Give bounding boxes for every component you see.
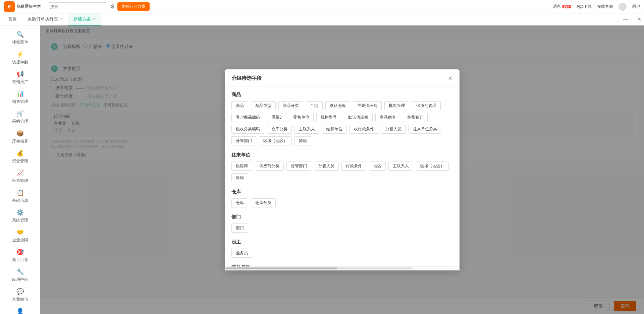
modal-header: 分组待选字段 ✕ <box>225 69 460 86</box>
field-tag[interactable]: 商品类型 <box>251 101 276 110</box>
sidebar-item-purchase[interactable]: 🛒 采购管理 <box>0 107 40 127</box>
sidebar-label-basic-info: 基础信息 <box>12 198 28 203</box>
sidebar-label-purchase: 采购管理 <box>12 119 28 124</box>
sidebar-item-finance[interactable]: 💰 资金管理 <box>0 147 40 167</box>
modal-title: 分组待选字段 <box>231 75 262 81</box>
top-nav: 6 畅捷通好生意 ⚙ 体验行业方案 消息 99+ App下载 在线客服 用户 <box>0 0 644 13</box>
field-tag[interactable]: 供应商分类 <box>255 162 284 171</box>
sidebar-label-quick-nav: 快捷导航 <box>12 59 28 65</box>
field-tag[interactable]: 简称 <box>294 136 311 145</box>
modal-overlay: 分组待选字段 ✕ 商品 商品 商品类型 商品分类 产地 默认仓库 主要供应商 <box>40 25 644 314</box>
sidebar: 🔍 搜索菜单 ⚡ 快捷导航 📢 营销推广 📊 销售管理 🛒 采购管理 📦 库存核… <box>0 25 40 314</box>
field-tag[interactable]: 主联系人 <box>294 125 319 134</box>
sidebar-item-search[interactable]: 🔍 搜索菜单 <box>0 28 40 48</box>
sidebar-item-inventory[interactable]: 📦 库存核算 <box>0 127 40 147</box>
sidebar-label-search: 搜索菜单 <box>12 40 28 45</box>
field-tag[interactable]: 简称 <box>231 173 248 182</box>
section-department: 部门 部门 <box>231 214 453 233</box>
field-tag[interactable]: 产地 <box>306 101 323 110</box>
tab-minimize[interactable]: — <box>623 16 628 22</box>
sales-icon: 📊 <box>16 90 24 98</box>
field-tag[interactable]: 默认供应商 <box>344 113 373 122</box>
member-icon: 👤 <box>16 308 24 314</box>
sidebar-item-system[interactable]: ⚙️ 系统管理 <box>0 206 40 226</box>
sidebar-item-quick-nav[interactable]: ⚡ 快捷导航 <box>0 48 40 68</box>
sidebar-item-sales[interactable]: 📊 销售管理 <box>0 87 40 107</box>
tab-purchase-close[interactable]: ✕ <box>60 17 63 21</box>
field-tag[interactable]: 仓库分类 <box>267 125 292 134</box>
online-service-label[interactable]: 在线客服 <box>597 4 613 9</box>
field-tag[interactable]: 分管部门 <box>286 162 311 171</box>
tab-close-all[interactable]: ✕ <box>637 16 641 22</box>
field-tag[interactable]: 主要供应商 <box>353 101 382 110</box>
field-tag[interactable]: 保质期管理 <box>412 101 441 110</box>
tab-home[interactable]: 首页 <box>3 13 22 25</box>
field-tag[interactable]: 炼货积分 <box>403 113 428 122</box>
field-tag[interactable]: 业务员 <box>231 249 252 258</box>
settings-icon[interactable]: ⚙ <box>110 3 115 10</box>
field-tag[interactable]: 重量3 <box>267 113 286 122</box>
sidebar-item-basic-info[interactable]: 📋 基础信息 <box>0 186 40 206</box>
sidebar-item-app-center[interactable]: 🔧 应用中心 <box>0 265 40 285</box>
sidebar-item-operation[interactable]: 📈 经营管理 <box>0 167 40 186</box>
nav-left: 6 畅捷通好生意 ⚙ 体验行业方案 <box>4 1 150 12</box>
field-tag[interactable]: 规格型号 <box>316 113 341 122</box>
tab-purchase-list[interactable]: 采购订单执行表 ✕ <box>22 13 68 25</box>
user-name: 用户 <box>632 4 640 9</box>
avatar[interactable] <box>619 3 627 11</box>
field-tag[interactable]: 供应商 <box>231 162 252 171</box>
field-tag[interactable]: 默认仓库 <box>325 101 350 110</box>
message-label[interactable]: 消息 99+ <box>553 4 571 9</box>
sidebar-label-operation: 经营管理 <box>12 178 28 184</box>
field-tag[interactable]: 仓库 <box>231 198 248 207</box>
sidebar-label-finance: 资金管理 <box>12 158 28 164</box>
field-tag[interactable]: 仓库分类 <box>251 198 276 207</box>
sidebar-item-member[interactable]: 👤 畅会员 <box>0 305 40 314</box>
field-tag[interactable]: 部门 <box>231 224 248 233</box>
trial-button[interactable]: 体验行业方案 <box>117 2 150 11</box>
section-employee: 员工 业务员 <box>231 239 453 258</box>
inventory-icon: 📦 <box>16 130 24 137</box>
field-tag[interactable]: 批次管理 <box>384 101 409 110</box>
sidebar-label-wechat: 企业微信 <box>12 297 28 302</box>
field-tag[interactable]: 零售单位 <box>289 113 314 122</box>
search-icon: 🔍 <box>16 31 24 38</box>
sidebar-label-marketing: 营销推广 <box>12 79 28 85</box>
modal-close-button[interactable]: ✕ <box>448 75 453 82</box>
system-icon: ⚙️ <box>16 209 24 216</box>
quick-nav-icon: ⚡ <box>16 51 24 58</box>
field-tag[interactable]: 区域（地区） <box>259 136 292 145</box>
sidebar-item-marketing[interactable]: 📢 营销推广 <box>0 68 40 87</box>
field-tag[interactable]: 付款条件 <box>341 162 366 171</box>
sidebar-item-wechat[interactable]: 💬 企业微信 <box>0 285 40 305</box>
field-tag[interactable]: 分管人员 <box>381 125 406 134</box>
field-tag[interactable]: 区域（地区） <box>416 162 449 171</box>
sidebar-item-guide[interactable]: 🎯 新手引导 <box>0 246 40 265</box>
field-tag[interactable]: 往来单位分类 <box>409 125 441 134</box>
search-input[interactable] <box>47 2 107 11</box>
section-goods: 商品 商品 商品类型 商品分类 产地 默认仓库 主要供应商 批次管理 保质期管理… <box>231 92 453 145</box>
tab-new-plan-label: 新建方案 <box>73 16 91 22</box>
field-tag[interactable]: 主联系人 <box>388 162 413 171</box>
field-tag[interactable]: 商品别名 <box>375 113 400 122</box>
field-tag[interactable]: 税收分类编码 <box>231 125 264 134</box>
field-tag[interactable]: 分管部门 <box>231 136 256 145</box>
sidebar-label-app-center: 应用中心 <box>12 277 28 282</box>
tab-expand[interactable]: □ <box>631 16 634 22</box>
tab-new-plan-close[interactable]: ✕ <box>93 17 96 21</box>
field-tag[interactable]: 收付款条件 <box>350 125 378 134</box>
app-center-icon: 🔧 <box>16 268 24 275</box>
tab-new-plan[interactable]: 新建方案 ✕ <box>68 13 101 25</box>
field-tag[interactable]: 地区 <box>369 162 386 171</box>
app-download-label[interactable]: App下载 <box>577 4 592 9</box>
warehouse-fields: 仓库 仓库分类 <box>231 198 453 207</box>
field-tag[interactable]: 商品分类 <box>278 101 303 110</box>
purchase-icon: 🛒 <box>16 110 24 117</box>
field-tag[interactable]: 结算单位 <box>322 125 347 134</box>
modal-horizontal-scrollbar[interactable] <box>225 266 460 270</box>
sidebar-item-collab[interactable]: 🤝 企业协同 <box>0 226 40 246</box>
modal-body: 商品 商品 商品类型 商品分类 产地 默认仓库 主要供应商 批次管理 保质期管理… <box>225 86 460 267</box>
field-tag[interactable]: 商品 <box>231 101 248 110</box>
field-tag[interactable]: 分管人员 <box>314 162 339 171</box>
field-tag[interactable]: 客户商品编码 <box>231 113 264 122</box>
